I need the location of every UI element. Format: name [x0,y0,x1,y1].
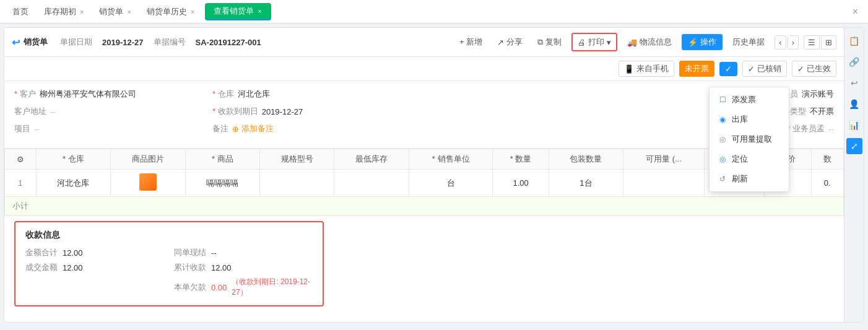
cell-img [111,170,185,197]
dropdown-refresh[interactable]: ↺ 刷新 [710,169,789,189]
dropdown-outbound[interactable]: ◉ 出库 [710,110,789,129]
print-button[interactable]: 🖨 打印 ▾ [571,33,617,51]
payment-section: 收款信息 金额合计 12.00 同单现结 -- 成交金额 12.00 [14,221,324,306]
warehouse-field: 仓库 河北仓库 [212,89,386,100]
staff2-label: 业务员孟 [788,123,825,134]
confirm-button[interactable]: ✓ [719,62,737,76]
list-view-button[interactable]: ☰ [804,35,820,50]
payment-due-row: 本单欠款 0.00 （收款到期日: 2019-12-27） [174,277,313,298]
share-button[interactable]: ↗ 分享 [492,34,527,50]
new-button[interactable]: + 新增 [454,34,487,50]
tab-inventory[interactable]: 库存期初 × [37,0,92,24]
new-button-label: + 新增 [459,37,482,48]
doc-header: ↩ 销货单 单据日期 2019-12-27 单据编号 SA-20191227-0… [4,28,844,57]
copy-icon: ⧉ [537,37,543,47]
due-note: （收款到期日: 2019-12-27） [232,277,313,298]
tab-sales-history-close[interactable]: × [191,8,194,15]
th-available: 可用量 (... [623,149,705,170]
doc-title-text: 销货单 [24,37,48,48]
tab-sales-close[interactable]: × [127,8,131,15]
warehouse-label: 仓库 [212,89,234,100]
locate-label: 定位 [732,154,748,165]
deal-label: 成交金额 [25,262,58,273]
cell-product: 嗝嗝嗝嗝 [185,170,259,197]
sidebar-link-icon[interactable]: 🔗 [846,54,862,70]
total-value: 12.00 [63,248,83,258]
add-invoice-icon: ☐ [718,95,727,104]
window-close-button[interactable]: × [848,6,863,17]
logistics-icon: 🚚 [627,38,637,47]
plus-icon: ⊕ [232,124,239,134]
doc-actions: + 新增 ↗ 分享 ⧉ 复制 🖨 打印 ▾ [454,33,836,51]
effective-icon: ✓ [797,64,804,74]
sidebar-back-icon[interactable]: ↩ [846,75,862,91]
payment-cumulative-row: 累计收款 12.00 [174,262,313,273]
payment-title: 收款信息 [25,230,313,241]
tab-inventory-label: 库存期初 [44,6,76,17]
from-phone-button[interactable]: 📱 来自手机 [618,61,674,77]
prev-button[interactable]: ‹ [775,35,786,50]
dropdown-available-qty[interactable]: ◎ 可用量提取 [710,129,789,149]
staff2-field: 业务员孟 -- [788,123,834,134]
available-qty-label: 可用量提取 [732,134,772,145]
project-field: 项目 -- [14,123,188,134]
payment-same-order-row: 同单现结 -- [174,247,313,258]
phone-icon: 📱 [624,64,634,74]
tab-view-sales[interactable]: 查看销货单 × [205,3,271,20]
product-image [139,173,157,191]
payment-deal-row: 成交金额 12.00 [25,262,164,273]
effective-button[interactable]: ✓ 已生效 [792,61,836,77]
cell-amount: 0. [811,170,843,197]
customer-field: 客户 柳州粤港平安气体有限公司 [14,89,188,100]
cell-pkg-qty: 1台 [549,170,623,197]
tab-inventory-close[interactable]: × [80,8,84,15]
cell-available [623,170,705,197]
sidebar-expand-icon[interactable]: ⤢ [846,138,862,154]
available-icon: ◎ [718,135,727,144]
th-qty: * 数量 [493,149,549,170]
history-label: 历史单据 [732,37,765,48]
not-open-button[interactable]: 未开票 [679,61,714,77]
not-open-label: 未开票 [685,63,709,74]
th-settings[interactable]: ⚙ [5,149,37,170]
sold-out-button[interactable]: ✓ 已核销 [742,61,787,77]
sidebar-chart-icon[interactable]: 📊 [846,117,862,133]
history-button[interactable]: 历史单据 [727,34,770,50]
warehouse-value: 河北仓库 [238,89,270,100]
grid-view-button[interactable]: ⊞ [821,35,836,50]
tab-view-sales-close[interactable]: × [258,7,261,15]
due-value: 0.00 [211,283,227,292]
outbound-icon: ◉ [718,115,727,124]
tab-home-label: 首页 [12,6,28,17]
tab-sales-history-label: 销货单历史 [147,6,187,17]
dropdown-add-invoice[interactable]: ☐ 添发票 [710,90,789,110]
total-label: 金额合计 [25,247,58,258]
operate-label: 操作 [700,37,716,48]
ticket-value: 不开票 [810,106,834,117]
dropdown-locate[interactable]: ◎ 定位 [710,149,789,169]
th-spec: 规格型号 [259,149,334,170]
sidebar-user-icon[interactable]: 👤 [846,96,862,112]
copy-button[interactable]: ⧉ 复制 [532,34,566,50]
th-min-stock: 最低库存 [334,149,409,170]
customer-value: 柳州粤港平安气体有限公司 [40,89,136,100]
cell-unit: 台 [409,170,493,197]
add-note-label: 添加备注 [241,123,274,134]
tab-home[interactable]: 首页 [5,0,37,24]
confirm-icon: ✓ [725,64,732,74]
logistics-button[interactable]: 🚚 物流信息 [622,34,677,50]
doc-meta: 单据日期 2019-12-27 单据编号 SA-20191227-001 [60,37,261,48]
same-order-value: -- [211,248,217,258]
sidebar-doc-icon[interactable]: 📋 [846,33,862,49]
share-icon: ↗ [497,38,504,47]
staff2-value: -- [828,124,834,134]
tab-sales[interactable]: 销货单 × [92,0,139,24]
next-button[interactable]: › [788,35,799,50]
add-note-button[interactable]: ⊕ 添加备注 [232,123,274,134]
sold-out-icon: ✓ [748,64,755,74]
tab-sales-history[interactable]: 销货单历史 × [139,0,202,24]
operate-button[interactable]: ⚡ 操作 [682,34,723,50]
cell-qty: 1.00 [493,170,549,197]
no-label: 单据编号 [154,37,186,48]
project-value: -- [34,124,40,134]
